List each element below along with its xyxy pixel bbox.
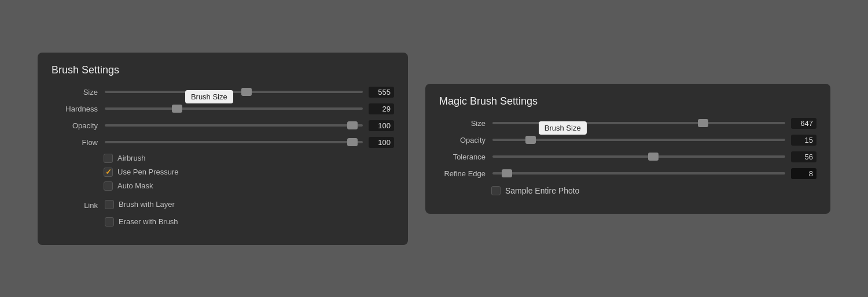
brush-settings-title: Brush Settings [52, 64, 394, 76]
refine-edge-label: Refine Edge [439, 169, 486, 178]
link-label: Link [52, 200, 98, 210]
sample-entire-photo-checkbox[interactable] [491, 186, 501, 195]
tolerance-track-container [492, 155, 785, 158]
brush-with-layer-checkbox[interactable] [105, 200, 114, 209]
opacity-track-container [105, 124, 363, 127]
tolerance-thumb[interactable] [648, 153, 659, 161]
pen-pressure-checkbox[interactable]: ✓ [104, 168, 113, 177]
sample-entire-photo-row: Sample Entire Photo [491, 186, 816, 195]
magic-size-value[interactable]: 647 [791, 118, 816, 129]
eraser-with-brush-checkbox[interactable] [105, 217, 114, 227]
magic-brush-settings-title: Magic Brush Settings [439, 95, 816, 107]
flow-value[interactable]: 100 [369, 137, 394, 148]
brush-with-layer-row: Brush with Layer [105, 200, 178, 209]
tolerance-label: Tolerance [439, 153, 486, 161]
tolerance-value[interactable]: 56 [791, 151, 816, 162]
size-track-container [105, 91, 363, 93]
magic-opacity-value[interactable]: 15 [791, 135, 816, 146]
size-label: Size [52, 88, 98, 96]
link-section: Link Brush with Layer Eraser with Brush [52, 200, 394, 231]
sample-entire-photo-label: Sample Entire Photo [505, 186, 579, 195]
opacity-thumb[interactable] [347, 121, 358, 129]
opacity-value[interactable]: 100 [369, 120, 394, 131]
refine-edge-thumb[interactable] [502, 169, 512, 177]
brush-with-layer-label: Brush with Layer [119, 200, 175, 209]
magic-opacity-slider-row: Opacity Brush Size 15 [439, 135, 816, 146]
tolerance-track [492, 155, 785, 158]
size-track [105, 91, 363, 93]
opacity-slider-row: Opacity 100 [52, 120, 394, 131]
eraser-with-brush-label: Eraser with Brush [119, 217, 178, 226]
refine-edge-track-container [492, 172, 785, 175]
magic-size-track-container [492, 122, 785, 124]
auto-mask-row: Auto Mask [104, 181, 394, 191]
opacity-track [105, 124, 363, 127]
auto-mask-checkbox[interactable] [104, 181, 113, 191]
magic-brush-settings-panel: Magic Brush Settings Size 647 Opacity Br… [425, 84, 830, 214]
link-checkboxes: Brush with Layer Eraser with Brush [105, 200, 178, 231]
flow-track-container [105, 141, 363, 143]
size-slider-row: Size 555 [52, 87, 394, 98]
flow-label: Flow [52, 138, 98, 147]
flow-thumb[interactable] [347, 138, 358, 146]
magic-opacity-track-container: Brush Size [492, 139, 785, 141]
hardness-track [105, 107, 363, 110]
airbrush-row: Airbrush [104, 154, 394, 163]
airbrush-checkbox[interactable] [104, 154, 113, 163]
refine-edge-track [492, 172, 785, 175]
hardness-slider-row: Hardness Brush Size 29 [52, 103, 394, 114]
pen-pressure-label: Use Pen Pressure [117, 168, 179, 176]
flow-slider-row: Flow 100 [52, 137, 394, 148]
magic-size-thumb[interactable] [698, 119, 708, 127]
size-value[interactable]: 555 [369, 87, 394, 98]
auto-mask-label: Auto Mask [117, 181, 153, 190]
magic-size-label: Size [439, 119, 486, 128]
brush-settings-panel: Brush Settings Size 555 Hardness Brush S… [38, 53, 408, 245]
hardness-value[interactable]: 29 [369, 103, 394, 114]
hardness-label: Hardness [52, 105, 98, 113]
hardness-track-container: Brush Size [105, 107, 363, 110]
magic-opacity-track [492, 139, 785, 141]
magic-size-track [492, 122, 785, 124]
magic-opacity-thumb[interactable] [525, 136, 536, 144]
airbrush-label: Airbrush [117, 154, 145, 162]
opacity-label: Opacity [52, 121, 98, 130]
flow-track [105, 141, 363, 143]
tolerance-slider-row: Tolerance 56 [439, 151, 816, 162]
refine-edge-slider-row: Refine Edge 8 [439, 168, 816, 179]
size-thumb[interactable] [241, 88, 252, 96]
pen-pressure-row: ✓ Use Pen Pressure [104, 168, 394, 177]
magic-opacity-label: Opacity [439, 136, 486, 144]
refine-edge-value[interactable]: 8 [791, 168, 816, 179]
magic-size-slider-row: Size 647 [439, 118, 816, 129]
hardness-thumb[interactable] [172, 105, 182, 113]
eraser-with-brush-row: Eraser with Brush [105, 217, 178, 227]
